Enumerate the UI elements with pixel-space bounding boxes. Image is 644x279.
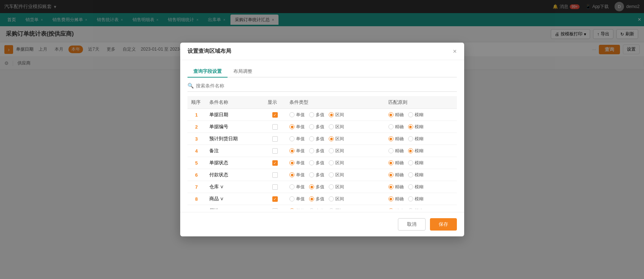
modal-close-button[interactable]: × xyxy=(453,48,457,55)
modal-tab-fields[interactable]: 查询字段设置 xyxy=(187,66,228,70)
modal-header: 设置查询区域布局 × xyxy=(180,43,464,60)
modal-title: 设置查询区域布局 xyxy=(187,48,231,55)
modal-tabs: 查询字段设置 布局调整 xyxy=(187,66,457,70)
modal-overlay: 设置查询区域布局 × 查询字段设置 布局调整 🔍 xyxy=(0,0,644,70)
modal-tab-layout[interactable]: 布局调整 xyxy=(228,66,258,70)
modal: 设置查询区域布局 × 查询字段设置 布局调整 🔍 xyxy=(180,43,464,70)
modal-body: 查询字段设置 布局调整 🔍 顺序 条件名称 显示 xyxy=(180,60,464,70)
